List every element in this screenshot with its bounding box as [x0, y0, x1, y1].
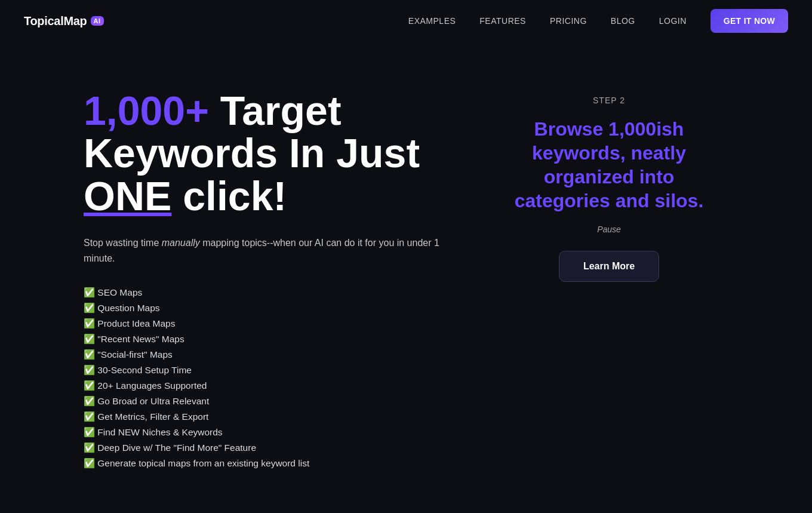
hero-title-end: click!: [171, 173, 287, 219]
nav-links: EXAMPLES FEATURES PRICING BLOG LOGIN GET…: [408, 9, 788, 33]
nav-login[interactable]: LOGIN: [659, 16, 687, 26]
feature-item: ✅ 30-Second Setup Time: [84, 365, 472, 376]
main-content: 1,000+ Target Keywords In Just ONE click…: [0, 42, 812, 505]
nav-features[interactable]: FEATURES: [479, 16, 526, 26]
feature-item: ✅ Question Maps: [84, 303, 472, 314]
learn-more-button[interactable]: Learn More: [559, 251, 659, 282]
pause-link[interactable]: Pause: [597, 225, 621, 234]
logo[interactable]: TopicalMap AI: [24, 14, 104, 28]
feature-item: ✅ "Recent News" Maps: [84, 334, 472, 345]
right-panel: STEP 2 Browse 1,000ish keywords, neatly …: [508, 90, 710, 282]
features-list: ✅ SEO Maps✅ Question Maps✅ Product Idea …: [84, 287, 472, 469]
navbar: TopicalMap AI EXAMPLES FEATURES PRICING …: [0, 0, 812, 42]
hero-subtitle: Stop wasting time manually mapping topic…: [84, 235, 472, 266]
step-label: STEP 2: [593, 96, 625, 105]
nav-examples[interactable]: EXAMPLES: [408, 16, 456, 26]
step-description: Browse 1,000ish keywords, neatly organiz…: [508, 117, 710, 213]
feature-item: ✅ Deep Dive w/ The "Find More" Feature: [84, 443, 472, 453]
feature-item: ✅ 20+ Languages Supported: [84, 380, 472, 391]
feature-item: ✅ Get Metrics, Filter & Export: [84, 411, 472, 422]
hero-title-underline: ONE: [84, 173, 171, 219]
get-it-now-button[interactable]: GET IT NOW: [710, 9, 788, 33]
feature-item: ✅ Product Idea Maps: [84, 318, 472, 329]
feature-item: ✅ "Social-first" Maps: [84, 349, 472, 360]
logo-badge: AI: [91, 16, 104, 26]
feature-item: ✅ Go Broad or Ultra Relevant: [84, 396, 472, 407]
subtitle-start: Stop wasting time: [84, 238, 162, 248]
nav-blog[interactable]: BLOG: [611, 16, 635, 26]
feature-item: ✅ Generate topical maps from an existing…: [84, 458, 472, 469]
hero-title: 1,000+ Target Keywords In Just ONE click…: [84, 90, 472, 217]
logo-text: TopicalMap: [24, 14, 87, 28]
hero-title-accent: 1,000+: [84, 88, 209, 133]
left-column: 1,000+ Target Keywords In Just ONE click…: [84, 90, 472, 469]
subtitle-italic: manually: [162, 238, 200, 248]
feature-item: ✅ SEO Maps: [84, 287, 472, 298]
feature-item: ✅ Find NEW Niches & Keywords: [84, 427, 472, 438]
nav-pricing[interactable]: PRICING: [550, 16, 587, 26]
